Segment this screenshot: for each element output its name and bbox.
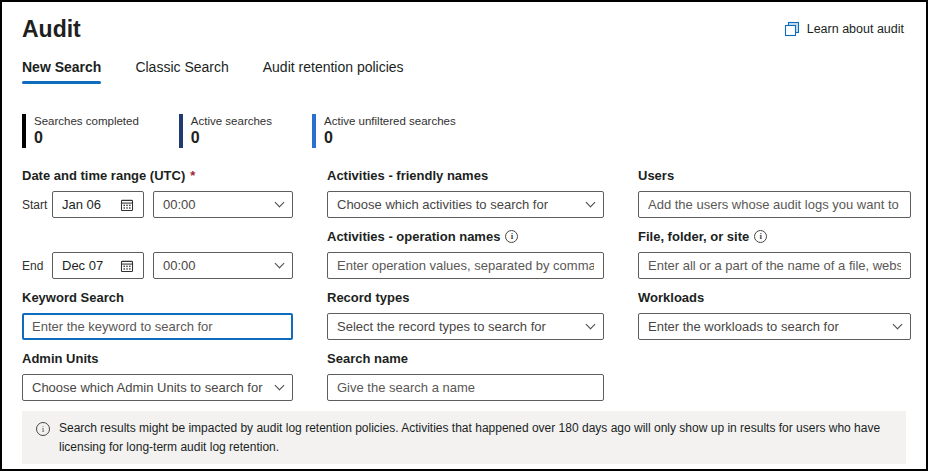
start-date-row: Start Jan 06 xyxy=(22,191,293,218)
admin-units-placeholder: Choose which Admin Units to search for xyxy=(32,380,263,395)
keyword-search-label: Keyword Search xyxy=(22,290,293,305)
end-date-picker[interactable]: Dec 07 xyxy=(52,252,144,279)
activities-operation-label-text: Activities - operation names xyxy=(327,229,500,244)
workloads-dropdown[interactable]: Enter the workloads to search for xyxy=(638,313,911,340)
tab-audit-retention-policies[interactable]: Audit retention policies xyxy=(263,59,404,84)
book-icon xyxy=(784,21,800,37)
record-types-placeholder: Select the record types to search for xyxy=(337,319,546,334)
search-form: Date and time range (UTC) * Start Jan 06 xyxy=(2,148,926,401)
field-users: Users xyxy=(638,162,911,218)
learn-about-audit-link[interactable]: Learn about audit xyxy=(784,21,904,37)
keyword-search-input[interactable] xyxy=(22,313,293,340)
page-title: Audit xyxy=(22,14,81,44)
chevron-down-icon xyxy=(586,320,596,330)
calendar-icon xyxy=(120,198,134,212)
activities-friendly-dropdown[interactable]: Choose which activities to search for xyxy=(327,191,604,218)
info-banner: Search results might be impacted by audi… xyxy=(22,411,906,464)
stat-label: Active unfiltered searches xyxy=(324,114,456,128)
end-label: End xyxy=(22,259,52,273)
chevron-down-icon xyxy=(275,198,285,208)
users-input[interactable] xyxy=(638,191,911,218)
stat-searches-completed: Searches completed 0 xyxy=(22,114,139,148)
record-types-label: Record types xyxy=(327,290,604,305)
chevron-down-icon xyxy=(275,259,285,269)
stat-active-searches: Active searches 0 xyxy=(179,114,272,148)
field-workloads: Workloads Enter the workloads to search … xyxy=(638,284,911,340)
start-time-value: 00:00 xyxy=(163,197,196,212)
chevron-down-icon xyxy=(893,320,903,330)
tab-new-search[interactable]: New Search xyxy=(22,59,101,84)
chevron-down-icon xyxy=(275,381,285,391)
banner-text: Search results might be impacted by audi… xyxy=(59,419,892,456)
stat-label: Searches completed xyxy=(34,114,139,128)
search-name-label: Search name xyxy=(327,351,604,366)
users-label: Users xyxy=(638,168,911,183)
field-search-name: Search name xyxy=(327,345,604,401)
start-label: Start xyxy=(22,198,52,212)
date-range-label-text: Date and time range (UTC) xyxy=(22,168,185,183)
empty-cell xyxy=(638,345,911,401)
field-record-types: Record types Select the record types to … xyxy=(327,284,604,340)
field-keyword-search: Keyword Search xyxy=(22,284,293,340)
end-date-value: Dec 07 xyxy=(62,258,103,273)
field-activities-friendly-names: Activities - friendly names Choose which… xyxy=(327,162,604,218)
info-icon[interactable] xyxy=(505,230,518,243)
stat-color-bar xyxy=(179,114,183,148)
stat-value: 0 xyxy=(324,128,456,148)
field-activities-operation-names: Activities - operation names xyxy=(327,223,604,279)
stat-color-bar xyxy=(22,114,26,148)
page-header: Audit Learn about audit xyxy=(2,2,926,44)
activities-friendly-label: Activities - friendly names xyxy=(327,168,604,183)
info-icon[interactable] xyxy=(754,230,767,243)
end-time-value: 00:00 xyxy=(163,258,196,273)
admin-units-dropdown[interactable]: Choose which Admin Units to search for xyxy=(22,374,293,401)
stat-active-unfiltered-searches: Active unfiltered searches 0 xyxy=(312,114,456,148)
file-folder-site-input[interactable] xyxy=(638,252,911,279)
search-name-input[interactable] xyxy=(327,374,604,401)
end-time-dropdown[interactable]: 00:00 xyxy=(153,252,293,279)
start-date-value: Jan 06 xyxy=(62,197,101,212)
file-folder-site-label: File, folder, or site xyxy=(638,229,911,244)
workloads-placeholder: Enter the workloads to search for xyxy=(648,319,839,334)
stat-value: 0 xyxy=(34,128,139,148)
required-asterisk: * xyxy=(190,168,195,183)
start-date-picker[interactable]: Jan 06 xyxy=(52,191,144,218)
admin-units-label: Admin Units xyxy=(22,351,293,366)
stat-color-bar xyxy=(312,114,316,148)
field-end-date: End Dec 07 xyxy=(22,223,293,279)
field-file-folder-site: File, folder, or site xyxy=(638,223,911,279)
calendar-icon xyxy=(120,259,134,273)
field-date-time-range: Date and time range (UTC) * Start Jan 06 xyxy=(22,162,293,218)
tab-bar: New Search Classic Search Audit retentio… xyxy=(2,59,926,84)
file-folder-site-label-text: File, folder, or site xyxy=(638,229,749,244)
end-date-row: End Dec 07 xyxy=(22,252,293,279)
start-time-dropdown[interactable]: 00:00 xyxy=(153,191,293,218)
search-stats: Searches completed 0 Active searches 0 A… xyxy=(22,114,906,148)
stat-value: 0 xyxy=(191,128,272,148)
field-admin-units: Admin Units Choose which Admin Units to … xyxy=(22,345,293,401)
activities-operation-input[interactable] xyxy=(327,252,604,279)
activities-friendly-placeholder: Choose which activities to search for xyxy=(337,197,548,212)
record-types-dropdown[interactable]: Select the record types to search for xyxy=(327,313,604,340)
chevron-down-icon xyxy=(586,198,596,208)
stat-label: Active searches xyxy=(191,114,272,128)
learn-link-label: Learn about audit xyxy=(807,22,904,36)
workloads-label: Workloads xyxy=(638,290,911,305)
tab-classic-search[interactable]: Classic Search xyxy=(135,59,228,84)
activities-operation-label: Activities - operation names xyxy=(327,229,604,244)
info-icon xyxy=(36,422,50,436)
audit-page: Audit Learn about audit New Search Class… xyxy=(0,0,928,471)
date-range-label: Date and time range (UTC) * xyxy=(22,168,293,183)
